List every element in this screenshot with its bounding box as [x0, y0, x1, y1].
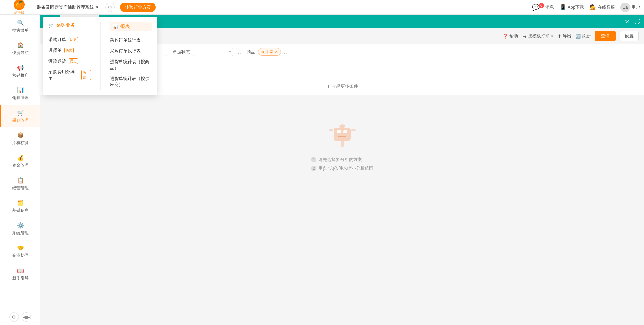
empty-tip-2: 用[过滤]条件来缩小分析范围 [318, 164, 373, 173]
export-icon: ⬆ [558, 34, 561, 39]
svg-rect-3 [338, 136, 346, 137]
item-label-goods-return: 进货退货 [48, 58, 66, 64]
tip-num-1: 1 [311, 157, 316, 162]
sidebar-item-operations[interactable]: 📋 经营管理 [0, 172, 40, 195]
logo: 🍊 标准版 [4, 0, 34, 15]
sidebar: 🔍 搜索菜单 🏠 快捷导航 📢 营销推广 📊 销售管理 🛒 采购管理 📦 库存核… [0, 15, 40, 325]
svg-rect-0 [334, 128, 351, 141]
avatar-initials: Ea [623, 5, 628, 10]
dropdown-item-goods-stat-product[interactable]: 进货单统计表（按商品） [110, 56, 152, 73]
inventory-icon: 📦 [17, 131, 24, 139]
help-icon: ❓ [503, 34, 508, 39]
empty-tips: 1 请先选择要分析的方案 2 用[过滤]条件来缩小分析范围 [311, 155, 373, 173]
dropdown-item-purchase-expense[interactable]: 采购费用分摊单 历史 [48, 67, 91, 83]
setting-button[interactable]: 设置 [620, 31, 639, 41]
dropdown-section-purchase: 🛒 采购业务 采购订单 历史 进货单 历史 进货退货 历史 采购费用分摊单 历史 [48, 22, 91, 90]
purchase-icon: 🛒 [17, 109, 24, 116]
goods-tag-text: 设计素 [261, 49, 273, 55]
user-label: 用户 [631, 4, 640, 10]
help-label: 帮助 [509, 33, 518, 39]
sidebar-item-purchase[interactable]: 🛒 采购管理 [0, 105, 40, 127]
sidebar-item-operations-label: 经营管理 [12, 185, 29, 191]
collapse-up-icon: ⬆ [327, 84, 330, 89]
sidebar-item-finance[interactable]: 💰 资金管理 [0, 150, 40, 172]
history-badge-1: 历史 [64, 48, 74, 53]
sidebar-item-purchase-label: 采购管理 [12, 118, 29, 123]
svg-rect-4 [329, 129, 333, 131]
sidebar-item-sales[interactable]: 📊 销售管理 [0, 82, 40, 105]
item-label-purchase-order: 采购订单 [48, 37, 66, 43]
item-label-order-exec: 采购订单执行表 [110, 48, 141, 54]
status-select-wrap [193, 48, 233, 56]
sidebar-item-search[interactable]: 🔍 搜索菜单 [0, 15, 40, 37]
system-dropdown-icon[interactable]: ▾ [96, 5, 101, 10]
operations-icon: 📋 [17, 176, 24, 184]
dropdown-purchase-label: 采购业务 [56, 22, 75, 28]
collapse-button[interactable]: ⬆ 收起更多条件 [327, 83, 358, 89]
settings-icon[interactable]: ⚙ [105, 3, 115, 12]
sidebar-item-basic[interactable]: 🗂️ 基础信息 [0, 195, 40, 217]
tab-expand-icon[interactable]: ⛶ [633, 17, 641, 26]
sidebar-settings-btn[interactable]: ⚙ [9, 312, 19, 322]
dropdown-item-order-exec[interactable]: 采购订单执行表 [110, 46, 152, 56]
empty-tip-1: 请先选择要分析的方案 [318, 155, 362, 164]
query-button[interactable]: 查询 [595, 31, 616, 41]
sidebar-collapse-btn[interactable]: ◀▶ [22, 312, 31, 322]
item-label-purchase-expense: 采购费用分摊单 [48, 69, 79, 81]
status-more-btn[interactable]: … [236, 49, 241, 55]
status-select[interactable] [193, 48, 233, 56]
marketing-icon: 📢 [17, 64, 24, 71]
filter-goods: 商品 设计素 ✕ … [247, 48, 289, 56]
help-btn[interactable]: ❓ 帮助 [503, 33, 518, 39]
search-icon: 🔍 [17, 19, 24, 26]
sidebar-item-system[interactable]: ⚙️ 系统管理 [0, 217, 40, 240]
app-download-item[interactable]: 📱 App下载 [560, 4, 584, 10]
message-item[interactable]: 💬 6 消息 [532, 4, 554, 11]
sidebar-item-guide-label: 新手引导 [12, 275, 29, 281]
svg-rect-7 [341, 141, 344, 147]
user-item[interactable]: Ea 用户 [620, 3, 640, 12]
industry-button[interactable]: 体验行业方案 [120, 3, 156, 12]
sidebar-item-finance-label: 资金管理 [12, 163, 29, 168]
dropdown-item-goods-receipt[interactable]: 进货单 历史 [48, 45, 91, 56]
online-service-label: 在线客服 [598, 4, 615, 10]
guide-icon: 📖 [17, 267, 24, 274]
item-label-goods-receipt: 进货单 [48, 47, 62, 53]
print-dropdown-icon[interactable]: ▾ [551, 34, 553, 39]
dropdown-reports-label: 报表 [120, 24, 130, 30]
sidebar-item-system-label: 系统管理 [12, 230, 29, 236]
sidebar-item-enterprise[interactable]: 🤝 企业协同 [0, 240, 40, 262]
refresh-btn[interactable]: 🔄 刷新 [575, 33, 591, 39]
dropdown-item-goods-stat-supplier[interactable]: 进货单统计表（按供应商） [110, 73, 152, 90]
goods-more-btn[interactable]: … [284, 49, 289, 55]
system-name-text: 装备及固定资产辅助管理系统 [37, 4, 94, 10]
sidebar-item-guide[interactable]: 📖 新手引导 [0, 262, 40, 285]
history-badge-0: 历史 [69, 37, 78, 42]
purchase-section-icon: 🛒 [48, 23, 54, 28]
sidebar-item-basic-label: 基础信息 [12, 208, 29, 213]
dropdown-item-goods-return[interactable]: 进货退货 历史 [48, 56, 91, 67]
print-label: 按模板打印 [528, 33, 550, 39]
app-download-label: App下载 [568, 4, 584, 10]
tab-close-all-icon[interactable]: ✕ [623, 17, 631, 26]
svg-rect-1 [337, 130, 341, 133]
dropdown-item-order-stat[interactable]: 采购订单统计表 [110, 35, 152, 46]
dropdown-item-purchase-order[interactable]: 采购订单 历史 [48, 34, 91, 45]
sidebar-item-quick[interactable]: 🏠 快捷导航 [0, 37, 40, 60]
print-btn[interactable]: 🖨 按模板打印 ▾ [522, 33, 553, 39]
sidebar-item-enterprise-label: 企业协同 [12, 253, 29, 258]
dropdown-reports-title: 📊 报表 [110, 22, 152, 31]
empty-state: 1 请先选择要分析的方案 2 用[过滤]条件来缩小分析范围 [40, 97, 644, 193]
print-icon: 🖨 [522, 34, 527, 39]
dropdown-section-reports: 📊 报表 采购订单统计表 采购订单执行表 进货单统计表（按商品） 进货单统计表（… [110, 22, 152, 90]
filter-status: 单据状态 … [173, 48, 241, 56]
sidebar-item-marketing[interactable]: 📢 营销推广 [0, 60, 40, 82]
sidebar-item-inventory[interactable]: 📦 库存核算 [0, 127, 40, 150]
export-btn[interactable]: ⬆ 导出 [558, 33, 571, 39]
sidebar-item-inventory-label: 库存核算 [12, 140, 29, 146]
svg-rect-5 [351, 129, 356, 131]
online-service-item[interactable]: 💁 在线客服 [589, 4, 615, 10]
goods-tag-close[interactable]: ✕ [275, 50, 278, 54]
topbar-right: 💬 6 消息 📱 App下载 💁 在线客服 Ea 用户 [532, 3, 640, 12]
basic-icon: 🗂️ [17, 199, 24, 206]
